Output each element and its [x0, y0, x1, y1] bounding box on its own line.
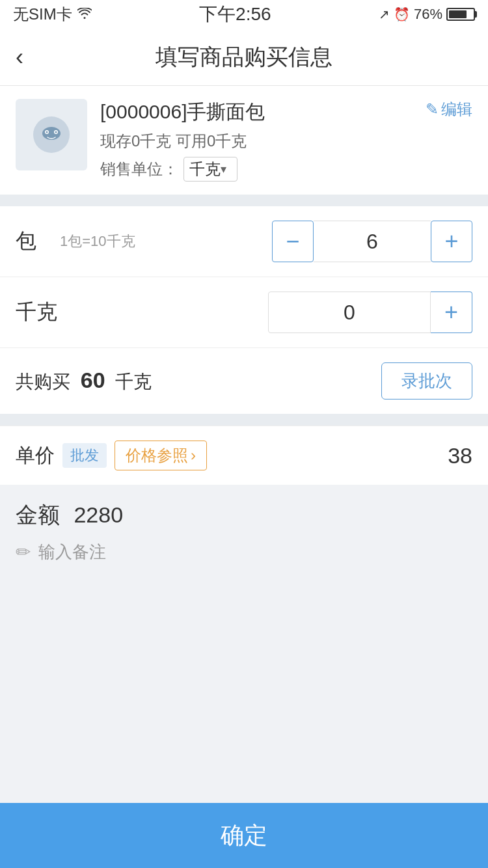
back-button[interactable]: ‹ [16, 44, 23, 71]
confirm-button[interactable]: 确定 [0, 803, 488, 868]
amount-section: 金额 2280 ✏ 输入备注 [0, 485, 488, 574]
product-stock: 现存0千克 可用0千克 [100, 131, 472, 152]
svg-point-1 [42, 127, 61, 140]
carrier-label: 无SIM卡 [13, 4, 72, 25]
product-name: [0000006]手撕面包 [100, 99, 265, 126]
unit-value: 千克 [189, 159, 221, 180]
status-bar-right: ↗ ⏰ 76% [379, 6, 475, 23]
batch-button[interactable]: 录批次 [381, 362, 472, 400]
bao-stepper: − + [272, 221, 472, 262]
status-bar: 无SIM卡 下午2:56 ↗ ⏰ 76% [0, 0, 488, 29]
page-title: 填写商品购买信息 [156, 42, 332, 72]
amount-row: 金额 2280 [16, 500, 472, 530]
price-ref-button[interactable]: 价格参照 › [115, 441, 207, 470]
product-unit-row: 销售单位： 千克 ▾ [100, 157, 472, 182]
kg-input-row: 千克 + [0, 277, 488, 348]
alarm-icon: ⏰ [394, 7, 410, 22]
price-left: 单价 批发 价格参照 › [16, 441, 207, 470]
bottom-area [0, 574, 488, 821]
remark-row[interactable]: ✏ 输入备注 [16, 541, 472, 563]
amount-value: 2280 [74, 502, 123, 527]
chevron-right-icon: › [191, 446, 196, 465]
product-logo [32, 115, 71, 154]
product-card: [0000006]手撕面包 ✎ 编辑 现存0千克 可用0千克 销售单位： 千克 … [0, 86, 488, 195]
amount-label: 金额 [16, 502, 60, 527]
price-value: 38 [448, 443, 472, 468]
edit-icon: ✎ [426, 100, 439, 118]
battery-percent: 76% [414, 6, 442, 23]
svg-point-4 [46, 131, 48, 133]
bao-increment-button[interactable]: + [431, 221, 472, 262]
bao-input-section: 包 1包=10千克 − + 千克 + [0, 206, 488, 348]
battery-icon [446, 8, 475, 21]
total-amount: 60 [81, 368, 105, 392]
chevron-down-icon: ▾ [221, 162, 226, 176]
total-row: 共购买 60 千克 录批次 [0, 348, 488, 414]
nav-bar: ‹ 填写商品购买信息 [0, 29, 488, 86]
remark-placeholder: 输入备注 [38, 541, 106, 563]
status-bar-left: 无SIM卡 [13, 4, 92, 25]
price-section: 单价 批发 价格参照 › 38 [0, 426, 488, 485]
kg-label: 千克 [16, 298, 57, 327]
edit-label: 编辑 [441, 99, 472, 120]
price-ref-label: 价格参照 [126, 445, 188, 466]
unit-select[interactable]: 千克 ▾ [183, 157, 237, 182]
svg-point-5 [55, 131, 57, 133]
product-image [16, 99, 87, 170]
location-icon: ↗ [379, 7, 390, 22]
edit-button[interactable]: ✎ 编辑 [426, 99, 472, 120]
product-info: [0000006]手撕面包 ✎ 编辑 现存0千克 可用0千克 销售单位： 千克 … [100, 99, 472, 182]
bao-input-row: 包 1包=10千克 − + [0, 206, 488, 277]
price-label: 单价 [16, 442, 55, 469]
unit-label: 销售单位： [100, 159, 178, 180]
separator-2 [0, 414, 488, 426]
total-label-text: 共购买 [16, 372, 70, 392]
price-row: 单价 批发 价格参照 › 38 [16, 441, 472, 470]
separator-1 [0, 195, 488, 206]
bao-decrement-button[interactable]: − [272, 221, 314, 262]
wifi-icon [77, 5, 92, 23]
pencil-icon: ✏ [16, 541, 31, 563]
kg-stepper: + [268, 292, 472, 333]
bao-input[interactable] [314, 221, 431, 262]
kg-input[interactable] [268, 292, 431, 333]
kg-increment-button[interactable]: + [431, 292, 472, 333]
bao-hint: 1包=10千克 [60, 232, 272, 251]
total-unit: 千克 [115, 372, 152, 392]
batch-tag: 批发 [62, 443, 107, 468]
total-label: 共购买 60 千克 [16, 368, 152, 394]
status-bar-time: 下午2:56 [199, 2, 271, 27]
bao-label: 包 [16, 227, 55, 256]
